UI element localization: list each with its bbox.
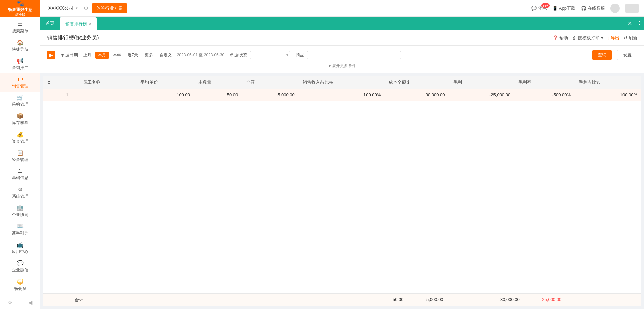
row-gross-rate: -500.00% [514,89,575,101]
help-label: 帮助 [559,35,568,41]
sidebar-item-system[interactable]: ⚙系统管理 [0,184,40,202]
date-range-display: 2023-06-01 至 2023-06-30 [177,52,224,58]
app-subtitle: 标准版 [8,13,32,17]
footer-total-label: 合计 [71,297,355,303]
online-service-button[interactable]: 🎧 在线客服 [581,5,605,11]
guide-icon: 📖 [17,223,24,229]
sidebar-footer: ⚙ ◀ [0,296,40,309]
main-area: XXXXX公司 ▾ ⚙ 体验行业方案 💬 消息 99+ 📱 App下载 🎧 在线… [40,0,644,309]
col-main-qty: 主数量 [194,76,242,89]
tab-home-label: 首页 [46,20,54,27]
template-print-button[interactable]: 🖨 按模板打印 ▾ [572,35,603,41]
sidebar-item-search[interactable]: ☰搜索菜单 [0,18,40,37]
expand-chevron-icon: ▾ [329,64,331,68]
row-sales-ratio: 100.00% [299,89,385,101]
tab-close-all-icon[interactable]: ✕ [628,20,632,27]
row-gross-profit: -25,000.00 [449,89,515,101]
footer-amount: 5,000.00 [422,297,456,303]
date-tab-current-year[interactable]: 本年 [110,52,124,59]
data-table: ⚙ 员工名称 平均单价 主数量 全额 销售收入占比% 成本全额 ℹ 毛利 毛利率… [43,76,641,101]
company-settings-icon[interactable]: ⚙ [84,5,88,11]
tab-expand-icon[interactable]: ⛶ [635,20,640,27]
settings-col-icon[interactable]: ⚙ [47,80,51,85]
tab-close-icon[interactable]: × [89,22,91,27]
row-avg-price: 100.00 [136,89,194,101]
goods-input[interactable] [307,51,401,59]
settings-button[interactable]: 设置 [617,50,637,60]
date-tab-more[interactable]: 更多 [142,52,156,59]
sidebar-item-member[interactable]: 🔱畅会员 [0,276,40,294]
date-tab-current-month[interactable]: 本月 [95,52,109,59]
sidebar-item-basic[interactable]: 🗂基础信息 [0,165,40,184]
table-row: 1 100.00 50.00 5,000.00 100.00% 30,000.0… [43,89,641,101]
sidebar-item-shortcut[interactable]: 🏠快捷导航 [0,37,40,55]
row-rank: 1 [55,89,79,101]
sidebar-item-inventory[interactable]: 📦库存核算 [0,110,40,128]
refresh-button[interactable]: ↺ 刷新 [624,35,637,41]
footer-sales-ratio [456,297,496,303]
filter-area: ▶ 单据日期 上月 本月 本年 近7天 更多 自定义 2023-06-01 至 … [40,46,644,73]
status-select[interactable] [250,51,290,59]
tab-sales-rank[interactable]: 销售排行榜 × [60,17,97,31]
marketing-icon: 📢 [17,58,24,64]
export-button[interactable]: ↓ 导出 [607,35,620,41]
tab-bar: 首页 销售排行榜 × ✕ ⛶ [40,17,644,30]
col-gross-rate: 毛利率 [514,76,575,89]
table-scroll[interactable]: ⚙ 员工名称 平均单价 主数量 全额 销售收入占比% 成本全额 ℹ 毛利 毛利率… [43,76,641,293]
sidebar-item-guide[interactable]: 📖新手引导 [0,220,40,239]
footer-main-qty: 50.00 [389,297,422,303]
sidebar-item-sales[interactable]: 🏷销售管理 [0,73,40,92]
sidebar-item-purchase[interactable]: 🛒采购管理 [0,92,40,110]
settings-footer-icon[interactable]: ⚙ [8,299,12,306]
print-dropdown-icon: ▾ [601,35,603,40]
operation-icon: 📋 [17,150,24,156]
date-tab-7days[interactable]: 近7天 [125,52,141,59]
trial-button[interactable]: 体验行业方案 [92,3,127,13]
sidebar-label-operation: 经营管理 [12,157,28,163]
row-main-qty: 50.00 [194,89,242,101]
filter-toggle-button[interactable]: ▶ [47,51,55,59]
search-button[interactable]: 查询 [592,50,612,60]
sidebar: 🐾 畅康通好生意 标准版 ☰搜索菜单🏠快捷导航📢营销推广🏷销售管理🛒采购管理📦库… [0,0,40,309]
footer-gross-ratio [604,297,637,303]
row-amount: 5,000.00 [242,89,299,101]
sidebar-label-inventory: 库存核算 [12,120,28,126]
purchase-icon: 🛒 [17,94,24,101]
sidebar-item-corp[interactable]: 🏢企业协同 [0,202,40,220]
sidebar-label-marketing: 营销推广 [12,65,28,71]
member-icon: 🔱 [17,278,24,285]
sidebar-label-app: 应用中心 [12,249,28,255]
sidebar-item-finance[interactable]: 💰资金管理 [0,128,40,147]
col-avg-price: 平均单价 [136,76,194,89]
message-icon: 💬 [531,6,537,11]
help-button[interactable]: ❓ 帮助 [553,35,568,41]
messages-button[interactable]: 💬 消息 99+ [531,5,547,11]
sidebar-label-member: 畅会员 [14,286,26,292]
sidebar-item-operation[interactable]: 📋经营管理 [0,147,40,165]
more-filters-icon[interactable]: ... [404,53,407,57]
footer-spacer [47,297,57,303]
company-selector[interactable]: XXXXX公司 ▾ [46,4,80,13]
sidebar-item-marketing[interactable]: 📢营销推广 [0,55,40,73]
shortcut-icon: 🏠 [17,39,24,46]
sidebar-label-finance: 资金管理 [12,139,28,144]
print-label: 按模板打印 [578,35,600,41]
print-icon: 🖨 [572,35,576,40]
basic-icon: 🗂 [17,168,23,174]
date-tab-prev-month[interactable]: 上月 [81,52,94,59]
collapse-sidebar-icon[interactable]: ◀ [28,299,32,306]
page-title: 销售排行榜(按业务员) [47,34,99,41]
user-name[interactable] [625,4,639,13]
user-avatar[interactable] [610,4,620,13]
tab-home[interactable]: 首页 [40,17,60,30]
export-label: 导出 [611,35,619,41]
date-tab-custom[interactable]: 自定义 [157,52,174,59]
expand-more-button[interactable]: ▾ 展开更多条件 [329,63,356,69]
sidebar-item-app[interactable]: 📺应用中心 [0,239,40,257]
company-name: XXXXX公司 [48,5,74,11]
goods-filter-label: 商品 [296,52,304,58]
sidebar-item-wechat[interactable]: 💬企业微信 [0,257,40,276]
sidebar-label-wechat: 企业微信 [12,267,28,273]
row-gross-ratio: 100.00% [575,89,641,101]
app-download-button[interactable]: 📱 App下载 [552,5,575,11]
